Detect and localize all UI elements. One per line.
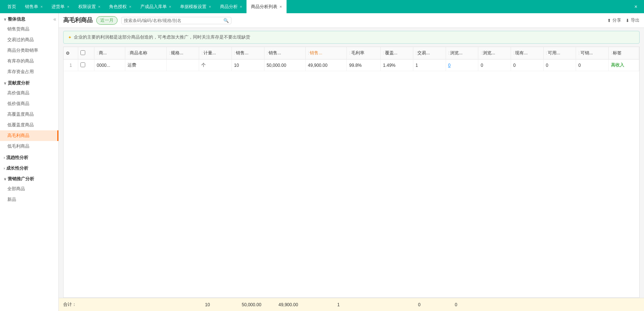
sidebar-item-category-sales-rate[interactable]: 商品分类助销率 [0, 45, 58, 56]
sidebar-item-new-goods[interactable]: 新品 [0, 194, 58, 205]
sidebar-group-trend[interactable]: › 流趋性分析 [0, 152, 58, 162]
col-saleable-stock[interactable]: :可销... [576, 47, 609, 59]
row-tag: 高收入 [608, 59, 639, 71]
chevron-down-icon: ∨ [4, 81, 6, 85]
chevron-right-icon: › [4, 166, 5, 170]
close-icon[interactable]: × [240, 4, 242, 9]
close-icon[interactable]: × [40, 4, 43, 9]
col-transaction[interactable]: :交易... [413, 47, 446, 59]
close-icon[interactable]: × [129, 4, 131, 9]
footer-available-stock: 0 [455, 302, 484, 307]
col-code[interactable]: :商... [94, 47, 125, 59]
nav-roles[interactable]: 角色授权 × [105, 0, 136, 13]
footer-sale-amount: 50,000.00 [242, 302, 271, 307]
row-view2: 0 [478, 59, 511, 71]
row-available-stock: 0 [543, 59, 576, 71]
search-input[interactable] [124, 18, 223, 23]
row-checkbox[interactable] [78, 59, 94, 71]
sidebar-item-low-value[interactable]: 低价值商品 [0, 98, 58, 109]
row-num: 1 [64, 59, 78, 71]
col-current-stock[interactable]: :现有... [511, 47, 544, 59]
nav-home[interactable]: 首页 [3, 0, 21, 13]
col-sale-qty[interactable]: :销售... [232, 47, 265, 59]
col-view1[interactable]: :浏览... [446, 47, 478, 59]
col-checkbox[interactable] [78, 47, 94, 59]
row-current-stock: 0 [511, 59, 544, 71]
row-spec [166, 59, 199, 71]
sidebar-item-all-goods[interactable]: 全部商品 [0, 184, 58, 194]
close-icon[interactable]: × [67, 4, 69, 9]
row-transaction: 1 [413, 59, 446, 71]
close-icon[interactable]: × [280, 4, 282, 9]
total-label: 合计： [63, 301, 76, 308]
chevron-down-icon: ∨ [4, 17, 6, 21]
export-button[interactable]: ⬇ 导出 [626, 17, 640, 23]
row-sale-qty: 10 [232, 59, 265, 71]
sidebar-item-low-coverage[interactable]: 低覆盖度商品 [0, 120, 58, 130]
search-box: 🔍 [121, 17, 231, 24]
sidebar-item-in-stock-goods[interactable]: 有库存的商品 [0, 56, 58, 66]
nav-finished-goods[interactable]: 产成品入库单 × [136, 0, 176, 13]
sidebar-group-overall[interactable]: ∨ 整体信息 [0, 13, 58, 24]
col-settings[interactable]: ⚙ [64, 47, 78, 59]
row-view1[interactable]: 0 [446, 59, 478, 71]
close-icon[interactable]: × [209, 4, 211, 9]
window-close-button[interactable]: × [631, 0, 641, 13]
nav-product-analysis-list[interactable]: 商品分析列表 × [247, 0, 286, 13]
footer-transaction: 1 [337, 302, 367, 307]
sidebar-group-growth[interactable]: › 成长性分析 [0, 162, 58, 173]
nav-sales[interactable]: 销售单 × [21, 0, 47, 13]
close-icon[interactable]: × [169, 4, 171, 9]
col-view2[interactable]: :浏览... [478, 47, 511, 59]
data-table: ⚙ :商... :商品名称 :规格... :计量... :销售... :销售..… [64, 47, 639, 71]
sidebar-item-high-margin[interactable]: 高毛利商品 [0, 130, 58, 141]
sidebar-group-contribution[interactable]: ∨ 贡献度分析 [0, 77, 58, 88]
col-sale-amount[interactable]: :销售... [264, 47, 305, 59]
search-icon[interactable]: 🔍 [223, 18, 229, 23]
col-gross-margin[interactable]: :毛利率 [347, 47, 381, 59]
footer-bar: 合计： 10 50,000.00 49,900.00 1 0 0 [59, 298, 644, 311]
sidebar-group-marketing[interactable]: ∨ 营销推广分析 [0, 173, 58, 184]
page-title: 高毛利商品 [63, 17, 93, 24]
sidebar-collapse-button[interactable]: « [53, 16, 56, 22]
col-available-stock[interactable]: :可用... [543, 47, 576, 59]
sidebar-item-sales-goods[interactable]: 销售货商品 [0, 24, 58, 35]
row-unit: 个 [199, 59, 232, 71]
col-sale-profit[interactable]: :销售... [306, 47, 347, 59]
chevron-down-icon: ∨ [4, 177, 6, 181]
header-actions: ⬆ 分享 ⬇ 导出 [607, 17, 640, 23]
sidebar: « ∨ 整体信息 销售货商品 交易过的商品 商品分类助销率 有库存的商品 库存资… [0, 13, 59, 311]
close-icon[interactable]: × [98, 4, 100, 9]
col-spec[interactable]: :规格... [166, 47, 199, 59]
col-name[interactable]: :商品名称 [125, 47, 166, 59]
nav-permissions[interactable]: 权限设置 × [74, 0, 105, 13]
row-gross-margin: 99.8% [347, 59, 381, 71]
row-sale-amount: 50,000.00 [264, 59, 305, 71]
content-header: 高毛利商品 近一月 🔍 ⬆ 分享 ⬇ 导出 [59, 13, 644, 28]
footer-sale-qty: 10 [205, 302, 234, 307]
sidebar-item-stock-capital[interactable]: 库存资金占用 [0, 66, 58, 77]
filter-month-button[interactable]: 近一月 [96, 16, 118, 25]
top-nav: 首页 销售单 × 进货单 × 权限设置 × 角色授权 × 产成品入库单 × 单据… [0, 0, 644, 13]
row-code: 0000... [94, 59, 125, 71]
col-tag[interactable]: :标签 [608, 47, 639, 59]
data-table-container[interactable]: ⚙ :商... :商品名称 :规格... :计量... :销售... :销售..… [63, 47, 640, 298]
sidebar-item-low-margin[interactable]: 低毛利商品 [0, 141, 58, 152]
content-area: 高毛利商品 近一月 🔍 ⬆ 分享 ⬇ 导出 ✦ 企业的主要的利润都是这部分商品创… [59, 13, 644, 311]
select-all-checkbox[interactable] [80, 50, 85, 55]
row-sale-profit: 49,900.00 [306, 59, 347, 71]
main-layout: « ∨ 整体信息 销售货商品 交易过的商品 商品分类助销率 有库存的商品 库存资… [0, 13, 644, 311]
sidebar-item-traded-goods[interactable]: 交易过的商品 [0, 35, 58, 45]
info-icon: ✦ [68, 35, 72, 40]
share-icon: ⬆ [607, 18, 611, 23]
row-saleable-stock: 0 [576, 59, 609, 71]
nav-purchase[interactable]: 进货单 × [47, 0, 73, 13]
share-button[interactable]: ⬆ 分享 [607, 17, 621, 23]
col-coverage[interactable]: :覆盖... [381, 47, 413, 59]
nav-template-settings[interactable]: 单据模板设置 × [176, 0, 215, 13]
sidebar-item-high-coverage[interactable]: 高覆盖度商品 [0, 109, 58, 120]
footer-current-stock: 0 [418, 302, 447, 307]
sidebar-item-high-value[interactable]: 高价值商品 [0, 88, 58, 98]
col-unit[interactable]: :计量... [199, 47, 232, 59]
nav-product-analysis[interactable]: 商品分析 × [216, 0, 247, 13]
